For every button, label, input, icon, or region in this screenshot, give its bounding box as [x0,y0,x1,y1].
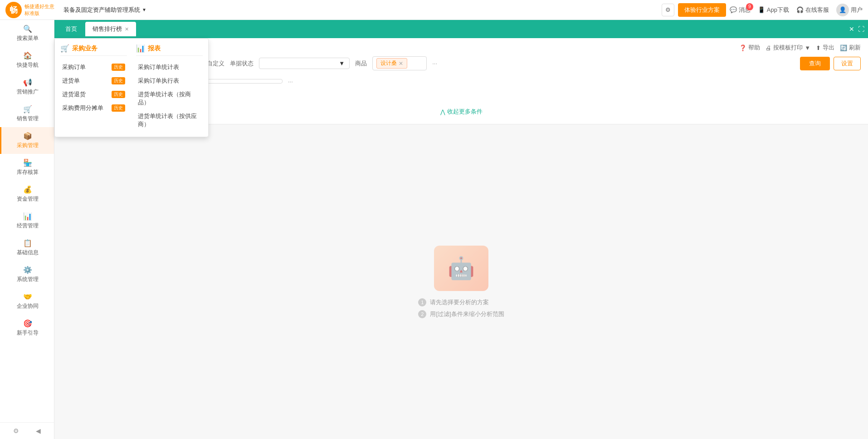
export-icon: ⬆ [816,44,821,51]
return-badge: 历史 [112,91,125,98]
tab-sales-rank[interactable]: 销售排行榜 ✕ [85,22,136,36]
sidebar: 🔍 搜索菜单 🏠 快捷导航 📢 营销推广 🛒 销售管理 📦 采购管理 🏪 库存核… [0,20,54,439]
sidebar-item-inventory[interactable]: 🏪 库存核算 [0,154,54,181]
inventory-icon: 🏪 [23,158,32,167]
system-name: 装备及固定资产辅助管理系统 ▼ [63,6,658,14]
sidebar-item-quick-nav[interactable]: 🏠 快捷导航 [0,47,54,74]
empty-tip-1: 1 请先选择要分析的方案 [418,298,504,306]
refresh-icon: 🔄 [840,44,847,51]
goods-tag: 设计桑 ✕ [376,58,407,69]
cooperation-icon: 🤝 [23,292,32,301]
purchase-business-section: 🛒 采购业务 采购订单 历史 进货单 历史 进货退货 历史 采购费用分摊单 历史 [60,44,127,131]
empty-illustration: 🤖 [434,246,488,291]
cost-badge: 历史 [112,104,125,112]
topbar: 畅 畅捷通好生意 标准版 装备及固定资产辅助管理系统 ▼ ⚙ 体验行业方案 💬 … [0,0,868,20]
purchase-dropdown-menu: 🛒 采购业务 采购订单 历史 进货单 历史 进货退货 历史 采购费用分摊单 历史… [54,38,209,137]
tab-home[interactable]: 首页 [58,22,84,36]
sidebar-item-finance[interactable]: 💰 资金管理 [0,181,54,207]
report-section-title: 📊 报表 [136,44,203,56]
menu-item-incoming-by-supplier[interactable]: 进货单统计表（按供应商） [136,109,203,131]
incoming-badge: 历史 [112,77,125,84]
salesperson-more[interactable]: ··· [288,78,293,85]
sidebar-item-operations[interactable]: 📊 经营管理 [0,207,54,234]
menu-item-incoming[interactable]: 进货单 历史 [60,74,127,88]
logo-text: 畅捷通好生意 标准版 [24,3,54,16]
goods-more-options[interactable]: ··· [432,60,437,67]
avatar: 👤 [836,4,849,16]
tab-close-icon[interactable]: ✕ [125,26,129,32]
help-button[interactable]: ❓ 帮助 [739,44,760,52]
sidebar-bottom: ⚙ ◀ [0,422,54,439]
sales-icon: 🛒 [23,105,32,113]
message-icon: 💬 [730,6,737,13]
menu-item-incoming-by-goods[interactable]: 进货单统计表（按商品） [136,88,203,109]
menu-item-return[interactable]: 进货退货 历史 [60,88,127,101]
query-buttons: 查询 设置 [800,57,861,70]
setting-button[interactable]: 设置 [834,57,861,70]
menu-item-purchase-order[interactable]: 采购订单 历史 [60,60,127,74]
settings-button[interactable]: ⚙ [662,4,674,16]
tip-num-1: 1 [418,298,426,306]
print-icon: 🖨 [766,44,771,51]
empty-state: 🤖 1 请先选择要分析的方案 2 用[过滤]条件来缩小分析范围 [54,124,868,439]
fullscreen-icon[interactable]: ⛶ [858,25,864,33]
query-button[interactable]: 查询 [800,57,830,70]
export-button[interactable]: ⬆ 导出 [816,44,834,52]
system-icon: ⚙️ [23,266,32,274]
print-dropdown-arrow[interactable]: ▼ [805,44,810,51]
menu-item-order-execution[interactable]: 采购订单执行表 [136,74,203,88]
sidebar-item-purchase[interactable]: 📦 采购管理 [0,127,54,154]
business-section-icon: 🛒 [60,44,69,53]
print-template-button[interactable]: 🖨 按模板打印 ▼ [766,44,810,52]
report-section-icon: 📊 [136,44,145,53]
voucher-status-arrow: ▼ [339,60,345,67]
operations-icon: 📊 [23,212,32,221]
empty-tips: 1 请先选择要分析的方案 2 用[过滤]条件来缩小分析范围 [418,298,504,318]
finance-icon: 💰 [23,185,32,194]
system-dropdown-arrow[interactable]: ▼ [142,7,146,12]
voucher-status-label: 单据状态 [230,59,254,68]
headset-icon: 🎧 [796,6,804,13]
topbar-right: 💬 消息 9 📱 App下载 🎧 在线客服 👤 用户 [730,4,863,16]
home-icon: 🏠 [23,51,32,60]
goods-tag-close[interactable]: ✕ [399,60,403,67]
purchase-icon: 📦 [23,132,32,140]
messages-button[interactable]: 💬 消息 9 [730,6,751,14]
menu-item-order-stats[interactable]: 采购订单统计表 [136,60,203,74]
sidebar-item-sales[interactable]: 🛒 销售管理 [0,100,54,127]
minimize-icon[interactable]: ✕ [849,25,854,33]
collapse-up-icon: ⋀ [440,109,445,115]
sidebar-item-marketing[interactable]: 📢 营销推广 [0,74,54,100]
empty-tip-2: 2 用[过滤]条件来缩小分析范围 [418,310,504,318]
phone-icon: 📱 [758,6,765,13]
empty-icon-box: 🤖 [434,246,488,291]
menu-item-cost-allocation[interactable]: 采购费用分摊单 历史 [60,101,127,115]
purchase-order-badge: 历史 [112,64,125,71]
online-service-button[interactable]: 🎧 在线客服 [796,6,829,14]
goods-filter[interactable]: 设计桑 ✕ [372,56,427,70]
search-icon: 🔍 [23,25,32,33]
app-download-button[interactable]: 📱 App下载 [758,6,789,14]
sidebar-item-base-info[interactable]: 📋 基础信息 [0,234,54,261]
logo-icon: 畅 [5,2,22,18]
refresh-button[interactable]: 🔄 刷新 [840,44,861,52]
sidebar-item-search[interactable]: 🔍 搜索菜单 [0,20,54,47]
sidebar-settings-button[interactable]: ⚙ [13,427,19,434]
industry-button[interactable]: 体验行业方案 [678,3,726,17]
help-icon: ❓ [739,44,746,51]
tab-fullscreen-controls: ✕ ⛶ [849,25,864,33]
voucher-status-select[interactable]: ▼ [259,58,350,69]
business-section-title: 🛒 采购业务 [60,44,127,56]
marketing-icon: 📢 [23,78,32,87]
user-menu[interactable]: 👤 用户 [836,4,863,16]
goods-label: 商品 [355,59,367,68]
sidebar-item-guide[interactable]: 🎯 新手引导 [0,315,54,341]
sidebar-item-system[interactable]: ⚙️ 系统管理 [0,261,54,288]
tabbar: 首页 销售排行榜 ✕ ✕ ⛶ [54,20,868,38]
date-shortcut-custom[interactable]: 自定义 [207,59,224,68]
toolbar-buttons: ❓ 帮助 🖨 按模板打印 ▼ ⬆ 导出 🔄 刷新 [739,44,861,52]
sidebar-item-cooperation[interactable]: 🤝 企业协同 [0,288,54,315]
logo: 畅 畅捷通好生意 标准版 [5,2,60,18]
sidebar-collapse-button[interactable]: ◀ [36,427,41,434]
base-info-icon: 📋 [23,239,32,247]
